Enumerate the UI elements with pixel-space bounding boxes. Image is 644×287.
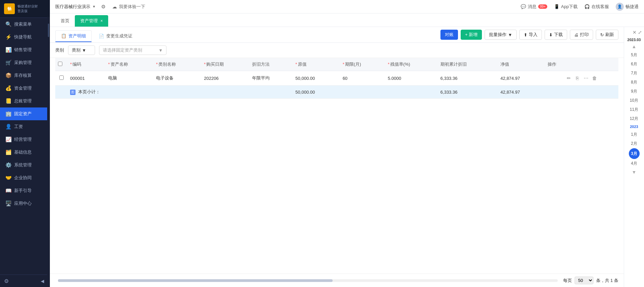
sidebar-item-label: 销售管理 <box>14 47 32 53</box>
subtotal-accumulated-depreciation: 6,333.36 <box>438 86 498 99</box>
sidebar-item-apps[interactable]: 🖥️ 应用中心 <box>0 197 50 210</box>
settings-gear-icon[interactable]: ⚙ <box>101 4 105 10</box>
scroll-up-icon[interactable]: ▲ <box>631 42 638 51</box>
sales-icon: 📊 <box>5 47 11 53</box>
right-panel-header: ✕ ⤢ <box>624 28 644 36</box>
horizontal-scrollbar[interactable] <box>58 279 558 282</box>
import-button[interactable]: ⬆ 导入 <box>519 30 542 40</box>
right-panel-expand-icon[interactable]: ⤢ <box>638 30 642 35</box>
th-checkbox <box>55 58 67 71</box>
sidebar-item-payroll[interactable]: 👤 工资 <box>0 120 50 133</box>
td-checkbox <box>55 71 67 86</box>
app-download-button[interactable]: 📱 App下载 <box>554 4 578 10</box>
th-actions: 操作 <box>545 58 618 71</box>
tab-home[interactable]: 首页 <box>55 15 75 27</box>
funds-icon: 💰 <box>5 85 11 91</box>
refresh-button[interactable]: ↻ 刷新 <box>596 30 618 40</box>
more-icon[interactable]: ⋯ <box>582 74 590 82</box>
app-download-label: App下载 <box>561 4 578 10</box>
month-5[interactable]: 5月 <box>624 51 644 60</box>
sidebar-item-sales[interactable]: 📊 销售管理 <box>0 43 50 56</box>
download-button[interactable]: ⬇ 下载 <box>545 30 567 40</box>
scroll-down-icon[interactable]: ▼ <box>631 168 638 176</box>
subtotal-row: 图 本页小计： 50,000.00 6,333.36 42,874.97 <box>55 86 618 99</box>
sidebar-item-inventory[interactable]: 📦 库存核算 <box>0 69 50 82</box>
month-10[interactable]: 10月 <box>624 96 644 105</box>
sidebar-item-label: 应用中心 <box>14 200 32 206</box>
new-button[interactable]: + 新增 <box>461 30 482 40</box>
batch-ops-button[interactable]: 批量操作 ▼ <box>485 30 517 40</box>
td-purchase-date: 202206 <box>201 71 249 86</box>
refresh-icon: ↻ <box>600 32 604 37</box>
company-selector[interactable]: 医疗器械行业演示 ▼ <box>55 4 96 10</box>
filter-category-type-select[interactable]: 类别 ▼ <box>68 45 95 55</box>
td-actions: ✏ ⎘ ⋯ 🗑 <box>545 71 618 86</box>
right-panel-close-icon[interactable]: ✕ <box>633 30 637 35</box>
select-all-checkbox[interactable] <box>58 62 62 66</box>
sidebar-item-guide[interactable]: 📖 新手引导 <box>0 184 50 197</box>
main-content: 医疗器械行业演示 ▼ ⚙ ☁ 我要体验一下 💬 消息 99+ 📱 App下载 🎧… <box>50 0 644 287</box>
experience-label: 我要体验一下 <box>119 4 145 10</box>
td-code: 000001 <box>67 71 105 86</box>
company-name: 医疗器械行业演示 <box>55 4 90 10</box>
filter-type-arrow-icon: ▼ <box>82 48 86 53</box>
collab-icon: 🤝 <box>5 175 11 181</box>
sidebar-item-quicknav[interactable]: ⚡ 快捷导航 <box>0 31 50 43</box>
row-checkbox[interactable] <box>59 75 64 80</box>
sidebar-item-label: 工资 <box>14 124 23 130</box>
month-3-active[interactable]: 3月 <box>629 148 640 159</box>
month-4[interactable]: 4月 <box>624 159 644 168</box>
sub-tab-change-voucher[interactable]: 📄 变更生成凭证 <box>93 30 138 42</box>
online-service-button[interactable]: 🎧 在线客服 <box>584 4 609 10</box>
sidebar-item-purchase[interactable]: 🛒 采购管理 <box>0 56 50 69</box>
sidebar-item-collab[interactable]: 🤝 企业协同 <box>0 171 50 184</box>
experience-button[interactable]: ☁ 我要体验一下 <box>112 4 145 10</box>
th-name: *资产名称 <box>105 58 153 71</box>
month-11[interactable]: 11月 <box>624 105 644 114</box>
sub-tab-asset-detail[interactable]: 📋 资产明细 <box>55 30 92 42</box>
sidebar-item-label: 基础信息 <box>14 149 32 155</box>
sidebar-item-system[interactable]: ⚙️ 系统管理 <box>0 159 50 171</box>
th-residual-rate: *残值率(%) <box>385 58 438 71</box>
month-8[interactable]: 8月 <box>624 78 644 87</box>
pagination: 每页 50 100 200 条，共 1 条 <box>50 274 624 287</box>
sidebar-item-funds[interactable]: 💰 资金管理 <box>0 82 50 95</box>
sidebar-item-label: 搜索菜单 <box>14 21 32 27</box>
delete-icon[interactable]: 🗑 <box>591 74 598 82</box>
topbar-right: 💬 消息 99+ 📱 App下载 🎧 在线客服 👤 畅捷通 <box>521 3 639 11</box>
settings-icon[interactable]: ⚙ <box>4 278 9 284</box>
toolbar: 对账 + 新增 批量操作 ▼ ⬆ 导入 ⬇ 下载 🖨 <box>440 30 618 42</box>
reconcile-button[interactable]: 对账 <box>440 30 458 40</box>
sidebar-item-label: 总账管理 <box>14 98 32 104</box>
month-9[interactable]: 9月 <box>624 87 644 96</box>
sidebar-item-operations[interactable]: 📈 经营管理 <box>0 133 50 146</box>
sidebar-item-fixed-assets[interactable]: 🏢 固定资产 <box>0 107 50 120</box>
month-12[interactable]: 12月 <box>624 114 644 123</box>
messages-button[interactable]: 💬 消息 99+ <box>521 4 547 10</box>
filter-category-input[interactable]: 请选择固定资产类别 ▼ <box>99 45 166 55</box>
tab-asset-management[interactable]: 资产管理 × <box>75 15 108 27</box>
scrollbar-thumb <box>58 279 333 282</box>
month-2[interactable]: 2月 <box>624 139 644 148</box>
month-1[interactable]: 1月 <box>624 130 644 139</box>
td-net-value: 42,874.97 <box>498 71 545 86</box>
month-6[interactable]: 6月 <box>624 60 644 69</box>
month-7[interactable]: 7月 <box>624 69 644 78</box>
app-name: 畅捷通好业财 <box>18 4 38 9</box>
system-icon: ⚙️ <box>5 162 11 168</box>
user-menu[interactable]: 👤 畅捷通 <box>616 3 639 11</box>
sidebar-item-label: 经营管理 <box>14 136 32 142</box>
import-icon: ⬆ <box>524 32 527 37</box>
sidebar-collapse-button[interactable]: ◀ <box>39 278 46 284</box>
sidebar-item-ledger[interactable]: 📒 总账管理 <box>0 95 50 107</box>
experience-icon: ☁ <box>112 4 117 9</box>
sidebar-item-label: 采购管理 <box>14 60 32 66</box>
sidebar-item-basic-info[interactable]: 🗂️ 基础信息 <box>0 146 50 159</box>
print-button[interactable]: 🖨 打印 <box>570 30 593 40</box>
per-page-select[interactable]: 50 100 200 <box>575 277 593 284</box>
tab-close-icon[interactable]: × <box>100 19 103 23</box>
table-row: 000001 电脑 电子设备 202206 年限平均 50,000.00 60 … <box>55 71 618 86</box>
edit-icon[interactable]: ✏ <box>565 74 573 82</box>
copy-icon[interactable]: ⎘ <box>574 74 581 82</box>
sidebar-item-search[interactable]: 🔍 搜索菜单 <box>0 18 50 31</box>
